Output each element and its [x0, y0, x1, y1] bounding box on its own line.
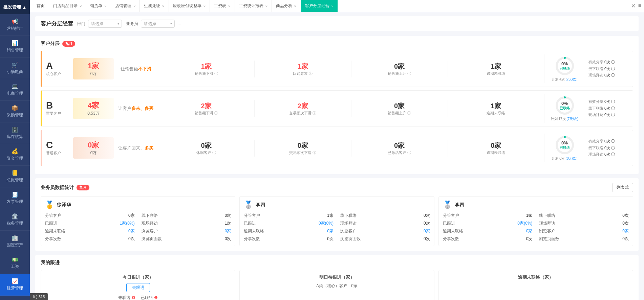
tab-customer-tier[interactable]: 客户分层经营 × [301, 0, 338, 12]
sidebar-item-finance[interactable]: 💰 资金管理 [0, 144, 30, 166]
info-icon-b2[interactable]: ⓘ [407, 111, 411, 116]
sidebar-item-ecom[interactable]: 💻 电商管理 [0, 79, 30, 101]
goto-followup-button[interactable]: 去跟进 [126, 283, 150, 292]
tier-label-b: B 重要客户 [46, 101, 73, 116]
tab-store-manage[interactable]: 店铺管理 × [111, 0, 140, 12]
followup-grid: 今日跟进（家） 去跟进 未联络 ❶ 已联络 ❶ 明日待跟进（家） A类（核心）客… [41, 270, 633, 300]
tab-home[interactable]: 首页 [33, 0, 49, 12]
sidebar-item-purchase[interactable]: 📦 采购管理 [0, 101, 30, 122]
sidebar-item-basic[interactable]: ℹ️ 基础信息 [0, 296, 30, 300]
sidebar-item-assets[interactable]: 🏢 固定资产 [0, 231, 30, 252]
sidebar-item-marketing[interactable]: 📢 营销推广 [0, 14, 30, 36]
info-offline-a[interactable]: ⓘ [611, 67, 615, 71]
tab-receivable[interactable]: 应收应付调整单 × [169, 0, 210, 12]
salesperson-card-1: 🥈 李四 分管客户 1家 线下联络 0次 已跟进 [239, 196, 434, 246]
info-share-b[interactable]: ⓘ [611, 99, 615, 103]
sidebar-item-ledger[interactable]: 📒 总账管理 [0, 166, 30, 187]
info-icon-b0[interactable]: ⓘ [214, 111, 218, 116]
sidebar-item-sales[interactable]: 📊 销售管理 [0, 36, 30, 57]
medal-icon-2: 🥈 [443, 201, 452, 209]
tab-payroll-report[interactable]: 工资统计报表 × [235, 0, 272, 12]
ecom-small-icon: 🛒 [1, 62, 28, 68]
info-icon-a0[interactable]: ⓘ [214, 71, 218, 76]
sp-stats-1: 分管客户 1家 线下联络 0次 已跟进 0家(0%) 现场拜访 [244, 213, 430, 242]
sp-stat-item: 线下联络 0次 [340, 213, 430, 218]
tier-stat-a-1: 1家 回购异常 ⓘ [254, 61, 351, 77]
info-icon-b1[interactable]: ⓘ [313, 111, 316, 116]
sidebar-item-tax[interactable]: 🏛️ 税务管理 [0, 209, 30, 231]
tab-close-store-manage[interactable]: × [133, 4, 135, 8]
info-visit-c[interactable]: ⓘ [611, 152, 615, 156]
tab-payroll[interactable]: 工资表 × [210, 0, 235, 12]
tier-stat-c-0: 0家 休眠客户 ⓘ [158, 140, 254, 157]
salesperson-card-2: 🥈 李四 分管客户 1家 线下联络 0次 已跟进 [438, 196, 633, 246]
tab-close-payroll[interactable]: × [228, 4, 230, 8]
tier-stat-c-1: 0家 交易频次下滑 ⓘ [254, 140, 351, 157]
biz-select-wrap: 请选择 [141, 20, 175, 28]
biz-stats-title: 业务员数据统计 九月 [41, 185, 89, 191]
tab-voucher[interactable]: 生成凭证 × [140, 0, 169, 12]
tier-stat-b-2: 0家 销售额上升 ⓘ [351, 100, 448, 117]
sp-stat-item: 浏览页面数 0次 [142, 236, 231, 242]
tab-close-product-analysis[interactable]: × [294, 4, 296, 8]
info-share-a[interactable]: ⓘ [611, 60, 615, 64]
sidebar-item-salary[interactable]: 💵 工资 [0, 252, 30, 274]
tax-icon: 🏛️ [1, 213, 28, 220]
dept-select[interactable]: 请选择 [88, 20, 122, 28]
info-icon-a2[interactable]: ⓘ [407, 71, 411, 76]
tab-product-analysis[interactable]: 商品分析 × [272, 0, 301, 12]
sidebar-item-ecom-small[interactable]: 🛒 小畅电商 [0, 57, 30, 79]
sp-name-0: 徐泽华 [57, 202, 71, 208]
biz-select[interactable]: 请选择 [141, 20, 175, 28]
tab-close-payroll-report[interactable]: × [265, 4, 267, 8]
biz-stats-header: 业务员数据统计 九月 列表式 [41, 183, 633, 192]
info-icon-c1[interactable]: ⓘ [313, 150, 316, 155]
tier-row-b: B 重要客户 4家 0.53万 让客户多来、多买 2家 销售额下滑 ⓘ 2家 [41, 90, 633, 126]
sp-stat-item: 分管客户 0家 [45, 213, 135, 218]
tab-bar-actions: ✕ ≡ [631, 3, 641, 9]
tab-close-sales-order[interactable]: × [104, 4, 106, 8]
followup-card-today: 今日跟进（家） 去跟进 未联络 ❶ 已联络 ❶ [41, 270, 235, 300]
tier-right-stats-c: 有效分享 0次 ⓘ 线下联络 0次 ⓘ 现场拜访 0次 ⓘ [585, 137, 629, 159]
tab-sales-order[interactable]: 销货单 × [86, 0, 111, 12]
sidebar: 批发管理 ▲ 📢 营销推广 📊 销售管理 🛒 小畅电商 💻 电商管理 📦 采购管… [0, 0, 30, 300]
info-icon-c0[interactable]: ⓘ [212, 150, 216, 155]
tier-label-c: C 普通客户 [46, 140, 73, 156]
tab-more-icon[interactable]: ≡ [638, 3, 641, 9]
salesperson-card-0: 🥇 徐泽华 分管客户 0家 线下联络 0次 已跟进 [41, 196, 235, 246]
biz-month-badge: 九月 [77, 185, 89, 190]
info-share-c[interactable]: ⓘ [611, 139, 615, 143]
sidebar-item-management[interactable]: 📈 经营管理 [0, 274, 30, 296]
sp-header-2: 🥈 李四 [443, 201, 629, 209]
medal-icon-0: 🥇 [45, 201, 54, 209]
followup-overdue-title: 逾期未联络（家） [444, 274, 627, 280]
info-offline-b[interactable]: ⓘ [611, 106, 615, 110]
tier-count-a: 1家 0万 [73, 58, 114, 79]
tab-close-all-icon[interactable]: ✕ [631, 3, 636, 9]
circle-plan-b: 计划 17次 (7天/次) [551, 117, 579, 121]
sidebar-item-invoice[interactable]: 🧾 发票管理 [0, 187, 30, 209]
tier-stat-b-1: 2家 交易频次下滑 ⓘ [254, 100, 351, 117]
list-view-button[interactable]: 列表式 [612, 183, 633, 192]
tab-close-voucher[interactable]: × [162, 4, 164, 8]
tab-close-store-products[interactable]: × [80, 4, 82, 8]
info-icon-a1[interactable]: ⓘ [309, 71, 313, 76]
tab-store-products[interactable]: 门店商品目录 × [49, 0, 86, 12]
tab-close-receivable[interactable]: × [203, 4, 206, 8]
tab-close-customer-tier[interactable]: × [331, 4, 334, 8]
filter-more-icon[interactable]: ··· [177, 21, 181, 26]
footer-hint: It } 315 [30, 293, 48, 300]
info-visit-a[interactable]: ⓘ [611, 73, 615, 77]
followup-section: 我的跟进 今日跟进（家） 去跟进 未联络 ❶ 已联络 ❶ 明日待跟进（家） A类… [35, 255, 639, 300]
info-icon-c2[interactable]: ⓘ [407, 150, 411, 155]
marketing-icon: 📢 [1, 18, 28, 25]
medal-icon-1: 🥈 [244, 201, 253, 209]
sp-stat-item: 分享次数 0次 [443, 236, 533, 242]
main-area: 首页 门店商品目录 × 销货单 × 店铺管理 × 生成凭证 × 应收应付调整单 … [30, 0, 644, 300]
info-visit-b[interactable]: ⓘ [611, 113, 615, 117]
sidebar-item-inventory[interactable]: 🗄️ 库存核算 [0, 122, 30, 144]
salary-icon: 💵 [1, 256, 28, 263]
sidebar-header[interactable]: 批发管理 ▲ [0, 0, 30, 14]
sp-stats-2: 分管客户 1家 线下联络 0次 已跟进 0家(0%) 现场拜访 [443, 213, 629, 242]
info-offline-c[interactable]: ⓘ [611, 146, 615, 150]
